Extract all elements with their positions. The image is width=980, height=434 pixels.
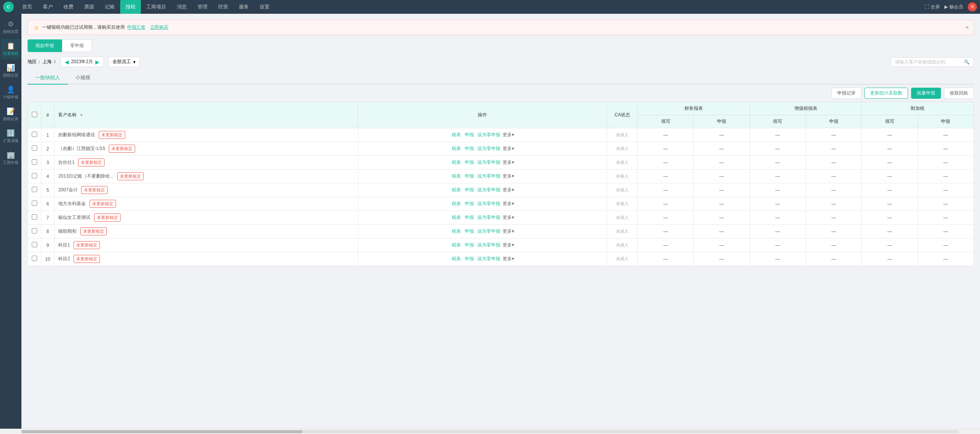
batch-declare-btn[interactable]: 批量申报 bbox=[911, 88, 941, 99]
op-declare[interactable]: 申报 bbox=[465, 160, 474, 165]
sidebar-item-baoshui-zonglan[interactable]: 📊 报税总览 bbox=[1, 60, 21, 81]
op-declare[interactable]: 申报 bbox=[465, 146, 474, 151]
row-checkbox[interactable] bbox=[28, 238, 41, 252]
row-ca-status: 未插入 bbox=[607, 211, 638, 225]
tab-general-taxpayer[interactable]: 一般纳税人 bbox=[28, 72, 68, 85]
op-set-zero[interactable]: 设为零申报 bbox=[477, 215, 500, 220]
select-all-checkbox[interactable] bbox=[32, 112, 37, 117]
nav-bookkeeping[interactable]: 记账 bbox=[100, 0, 120, 14]
sidebar-item-baoshui-jilu[interactable]: 📝 报税记录 bbox=[1, 104, 21, 124]
nav-invoice[interactable]: 票据 bbox=[79, 0, 100, 14]
op-more[interactable]: 更多▾ bbox=[503, 132, 514, 137]
sidebar-item-baoshui-shezhi[interactable]: ⚙ 报税设置 bbox=[1, 17, 21, 37]
row-checkbox[interactable] bbox=[28, 225, 41, 238]
sidebar-label-annual-calc: 汇算清缴 bbox=[3, 139, 18, 143]
op-more[interactable]: 更多▾ bbox=[503, 173, 514, 179]
op-tax-form[interactable]: 税表 bbox=[452, 228, 461, 234]
op-more[interactable]: 更多▾ bbox=[503, 201, 514, 206]
horizontal-scrollbar[interactable] bbox=[0, 429, 980, 434]
sidebar-label-settings: 报税设置 bbox=[3, 29, 18, 34]
op-declare[interactable]: 申报 bbox=[465, 228, 474, 234]
receive-receipt-btn[interactable]: 收取回执 bbox=[944, 88, 974, 99]
sidebar-item-gongshang-nianbao[interactable]: 🏢 工商年报 bbox=[1, 148, 21, 168]
row-checkbox[interactable] bbox=[28, 142, 41, 156]
op-more[interactable]: 更多▾ bbox=[503, 187, 514, 193]
search-input[interactable] bbox=[895, 59, 964, 65]
nav-commerce[interactable]: 工商项目 bbox=[141, 0, 172, 14]
op-set-zero[interactable]: 设为零申报 bbox=[477, 160, 500, 165]
fullscreen-btn[interactable]: ⛶ 全屏 bbox=[924, 4, 940, 10]
search-icon[interactable]: 🔍 bbox=[964, 59, 970, 65]
row-checkbox[interactable] bbox=[28, 252, 41, 266]
op-declare[interactable]: 申报 bbox=[465, 132, 474, 137]
op-more[interactable]: 更多▾ bbox=[503, 215, 514, 220]
op-more[interactable]: 更多▾ bbox=[503, 160, 514, 165]
banner-link-shenbaohui[interactable]: 申报汇签 bbox=[127, 24, 145, 31]
op-tax-form[interactable]: 税表 bbox=[452, 146, 461, 151]
row-checkbox[interactable] bbox=[28, 183, 41, 197]
row-checkbox[interactable] bbox=[28, 211, 41, 225]
nav-fee[interactable]: 收费 bbox=[58, 0, 79, 14]
nav-client[interactable]: 客户 bbox=[38, 0, 58, 14]
op-declare[interactable]: 申报 bbox=[465, 215, 474, 220]
row-checkbox[interactable] bbox=[28, 128, 41, 142]
nav-message[interactable]: 消息 bbox=[172, 0, 192, 14]
nav-manage[interactable]: 管理 bbox=[192, 0, 213, 14]
op-tax-form[interactable]: 税表 bbox=[452, 132, 461, 137]
update-stats-btn[interactable]: 更新统计及取数 bbox=[864, 88, 908, 99]
op-tax-form[interactable]: 税表 bbox=[452, 173, 461, 179]
row-tax-declare: — bbox=[806, 211, 862, 225]
nav-operation[interactable]: 经营 bbox=[213, 0, 234, 14]
op-more[interactable]: 更多▾ bbox=[503, 256, 514, 261]
row-checkbox[interactable] bbox=[28, 197, 41, 211]
banner-close-btn[interactable]: × bbox=[965, 24, 969, 31]
op-tax-form[interactable]: 税表 bbox=[452, 160, 461, 165]
op-set-zero[interactable]: 设为零申报 bbox=[477, 132, 500, 137]
nav-service[interactable]: 服务 bbox=[234, 0, 254, 14]
op-tax-form[interactable]: 税表 bbox=[452, 215, 461, 220]
op-set-zero[interactable]: 设为零申报 bbox=[477, 256, 500, 261]
info-icon[interactable]: ℹ bbox=[54, 59, 56, 64]
op-set-zero[interactable]: 设为零申报 bbox=[477, 173, 500, 179]
row-added-declare: — bbox=[918, 197, 973, 211]
op-set-zero[interactable]: 设为零申报 bbox=[477, 228, 500, 234]
op-tax-form[interactable]: 税表 bbox=[452, 256, 461, 261]
op-declare[interactable]: 申报 bbox=[465, 242, 474, 248]
op-set-zero[interactable]: 设为零申报 bbox=[477, 187, 500, 193]
nav-tax[interactable]: 报税 bbox=[120, 0, 141, 14]
vip-btn[interactable]: ▶ 畅会员 bbox=[944, 4, 963, 10]
row-checkbox[interactable] bbox=[28, 170, 41, 183]
op-tax-form[interactable]: 税表 bbox=[452, 242, 461, 248]
banner-link-purchase[interactable]: 立即购买 bbox=[150, 24, 168, 31]
row-checkbox[interactable] bbox=[28, 156, 41, 170]
tab-tax-declaration[interactable]: 税款申报 bbox=[28, 39, 62, 52]
row-ca-status: 未插入 bbox=[607, 252, 638, 266]
declaration-record-btn[interactable]: 申报记录 bbox=[831, 88, 861, 99]
next-month-btn[interactable]: ▶ bbox=[95, 59, 100, 65]
status-badge: 未更新核定 bbox=[99, 131, 125, 139]
avatar[interactable]: 用 bbox=[968, 2, 977, 11]
tab-zero-declaration[interactable]: 零申报 bbox=[62, 39, 92, 52]
nav-home[interactable]: 首页 bbox=[17, 0, 38, 14]
op-set-zero[interactable]: 设为零申报 bbox=[477, 201, 500, 206]
op-set-zero[interactable]: 设为零申报 bbox=[477, 146, 500, 151]
sidebar-item-geren-shenbao[interactable]: 👤 个税申报 bbox=[1, 82, 21, 103]
tab-small-scale[interactable]: 小规模 bbox=[68, 72, 98, 85]
prev-month-btn[interactable]: ◀ bbox=[65, 59, 69, 65]
op-declare[interactable]: 申报 bbox=[465, 201, 474, 206]
op-set-zero[interactable]: 设为零申报 bbox=[477, 242, 500, 248]
scrollbar-thumb[interactable] bbox=[21, 430, 302, 433]
sidebar-item-huisuan-qingshu[interactable]: 🔢 汇算清缴 bbox=[1, 126, 21, 146]
op-more[interactable]: 更多▾ bbox=[503, 146, 514, 151]
op-tax-form[interactable]: 税表 bbox=[452, 201, 461, 206]
table-row: 4 2013日记账（不要删除哈... 未更新核定 税表 申报 设为零申报 更多▾… bbox=[28, 170, 974, 183]
op-declare[interactable]: 申报 bbox=[465, 256, 474, 261]
op-declare[interactable]: 申报 bbox=[465, 173, 474, 179]
op-more[interactable]: 更多▾ bbox=[503, 228, 514, 234]
nav-settings[interactable]: 设置 bbox=[254, 0, 275, 14]
op-tax-form[interactable]: 税表 bbox=[452, 187, 461, 193]
sidebar-item-piliang-baoshui[interactable]: 📋 批量报税 bbox=[1, 39, 21, 59]
op-more[interactable]: 更多▾ bbox=[503, 242, 514, 248]
staff-selector[interactable]: 全部员工 ▾ bbox=[108, 57, 140, 67]
op-declare[interactable]: 申报 bbox=[465, 187, 474, 193]
